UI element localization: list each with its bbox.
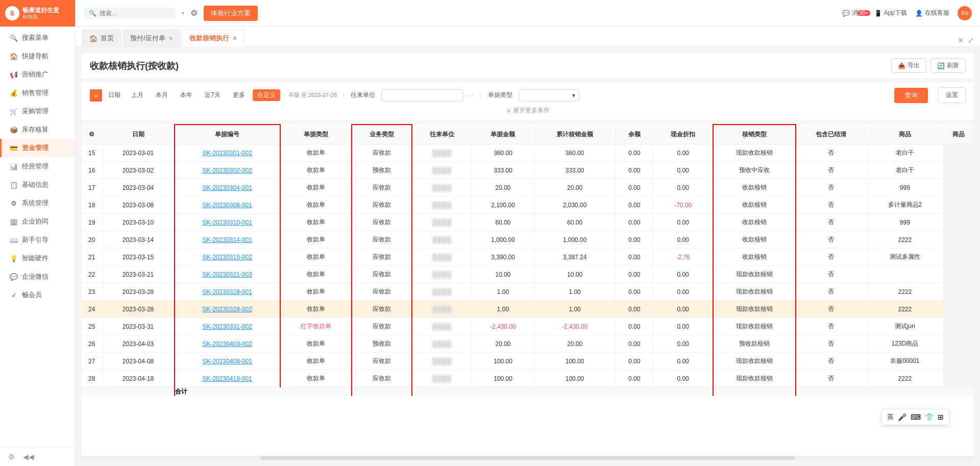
expand-more-row[interactable]: ∨ 展开更多条件	[90, 106, 966, 115]
date-btn-last-month[interactable]: 上月	[127, 89, 148, 101]
table-cell: 2023-03-14	[102, 231, 175, 249]
solution-button[interactable]: 体验行业方案	[204, 6, 258, 21]
table-cell[interactable]: SK-20230408-001	[175, 353, 280, 370]
tab-receipt-close[interactable]: ✕	[232, 35, 237, 42]
table-cell: 否	[796, 197, 867, 214]
ime-keyboard-icon[interactable]: ⌨	[911, 413, 921, 421]
query-button[interactable]: 查询	[894, 88, 928, 103]
table-scroll[interactable]: ⚙ 日期 单据编号 单据类型 业务类型 往来单位 单据金额 累计核销金额 余额 …	[82, 124, 974, 456]
table-cell[interactable]: SK-20230302-002	[175, 162, 280, 179]
settings-bottom-icon[interactable]: ⚙	[8, 453, 15, 461]
table-cell[interactable]: SK-20230315-002	[175, 249, 280, 266]
app-download-item[interactable]: 📱 App下载	[874, 9, 907, 17]
th-include-settled: 包含已结清	[796, 125, 867, 144]
topbar-gear-icon[interactable]: ⚙	[190, 8, 198, 18]
ime-mic-icon[interactable]: 🎤	[898, 413, 906, 421]
table-cell: 2023-04-18	[102, 370, 175, 387]
sidebar-item-operations[interactable]: 📊 经营管理	[0, 157, 75, 176]
topbar-search-box[interactable]: 🔍	[84, 8, 176, 19]
table-cell: 否	[796, 353, 867, 370]
table-cell[interactable]: SK-20230418-001	[175, 370, 280, 387]
sidebar-item-system[interactable]: ⚙ 系统管理	[0, 194, 75, 212]
table-row[interactable]: 172023-03-04SK-20230304-001收款单应收款████20.…	[82, 179, 974, 197]
date-btn-custom[interactable]: 自定义	[253, 89, 280, 101]
filter-expand-button[interactable]: »	[90, 89, 102, 102]
table-row[interactable]: 202023-03-14SK-20230314-001收款单应收款████1,0…	[82, 231, 974, 249]
table-row[interactable]: 192023-03-10SK-20230310-001收款单应收款████60.…	[82, 214, 974, 231]
table-scrollbar[interactable]	[82, 456, 974, 460]
th-cumulative-verify: 累计核销金额	[534, 125, 616, 144]
table-cell[interactable]: SK-20230328-002	[175, 301, 280, 318]
sidebar-item-marketing[interactable]: 📢 营销推广	[0, 65, 75, 84]
table-row[interactable]: 242023-03-28SK-20230328-002收款单应收款████1.0…	[82, 301, 974, 318]
table-cell[interactable]: SK-20230331-002	[175, 318, 280, 335]
table-cell[interactable]: SK-20230403-002	[175, 335, 280, 353]
table-cell[interactable]: SK-20230308-001	[175, 197, 280, 214]
export-button[interactable]: 📤 导出	[891, 58, 926, 73]
sidebar-item-wechat[interactable]: 💬 企业微信	[0, 267, 75, 286]
table-cell	[943, 162, 974, 179]
table-row[interactable]: 252023-03-31SK-20230331-002红字收款单应收款████-…	[82, 318, 974, 335]
table-cell: 999	[867, 179, 943, 197]
table-row[interactable]: 222023-03-21SK-20230321-003收款单应收款████10.…	[82, 266, 974, 283]
sidebar-item-purchase[interactable]: 🛒 采购管理	[0, 102, 75, 120]
ime-grid-icon[interactable]: ⊞	[938, 413, 944, 421]
sidebar-item-quick-nav[interactable]: 🏠 快捷导航	[0, 47, 75, 65]
table-cell[interactable]: SK-20230310-001	[175, 214, 280, 231]
tab-prepay-close[interactable]: ✕	[168, 35, 173, 42]
doc-type-select[interactable]: ▾	[519, 89, 580, 102]
sidebar-nav: 🔍 搜索菜单 🏠 快捷导航 📢 营销推广 💰 销售管理 🛒 采购管理 📦 库存核…	[0, 27, 75, 447]
user-avatar[interactable]: Rit	[958, 6, 972, 20]
operations-icon: 📊	[10, 163, 18, 170]
table-cell	[943, 370, 974, 387]
tab-expand-icon[interactable]: ⤢	[968, 36, 974, 44]
sidebar-item-finance[interactable]: 💳 资金管理	[0, 139, 75, 157]
date-btn-more[interactable]: 更多	[228, 89, 250, 101]
table-row[interactable]: 162023-03-02SK-20230302-002收款单预收款████333…	[82, 162, 974, 179]
table-cell: ████	[412, 231, 472, 249]
table-cell: 0.00	[653, 231, 714, 249]
table-row[interactable]: 182023-03-08SK-20230308-001收款单应收款████2,1…	[82, 197, 974, 214]
tab-close-all-icon[interactable]: ✕	[958, 36, 964, 44]
table-row[interactable]: 282023-04-18SK-20230418-001收款单应收款████100…	[82, 370, 974, 387]
sidebar-item-search[interactable]: 🔍 搜索菜单	[0, 29, 75, 47]
table-row[interactable]: 272023-04-08SK-20230408-001收款单应收款████100…	[82, 353, 974, 370]
sidebar-item-basic-info[interactable]: 📋 基础信息	[0, 176, 75, 194]
partner-dots-button[interactable]: ···	[466, 92, 474, 99]
table-row[interactable]: 232023-03-28SK-20230328-001收款单应收款████1.0…	[82, 283, 974, 301]
sidebar-item-hardware[interactable]: 💡 智能硬件	[0, 249, 75, 267]
sidebar-item-sales[interactable]: 💰 销售管理	[0, 84, 75, 102]
sidebar-item-corp[interactable]: 🏢 企业协同	[0, 212, 75, 231]
refresh-button[interactable]: 🔄 刷新	[930, 58, 966, 73]
table-row[interactable]: 262023-04-03SK-20230403-002收款单预收款████20.…	[82, 335, 974, 353]
tab-receipt-verify[interactable]: 收款核销执行 ✕	[182, 29, 244, 47]
tab-prepay[interactable]: 预付/应付单 ✕	[122, 29, 181, 47]
setting-button[interactable]: 设置	[938, 87, 966, 103]
ime-shirt-icon[interactable]: 👕	[925, 413, 934, 421]
table-cell: 0.00	[653, 353, 714, 370]
partner-filter-input[interactable]	[381, 89, 463, 102]
table-cell[interactable]: SK-20230328-001	[175, 283, 280, 301]
collapse-icon[interactable]: ◀◀	[23, 453, 34, 461]
topbar-chevron-icon[interactable]: ▾	[182, 10, 184, 16]
table-cell[interactable]: SK-20230301-002	[175, 144, 280, 162]
table-cell[interactable]: SK-20230304-001	[175, 179, 280, 197]
messages-item[interactable]: 💬 消息 99+	[842, 9, 866, 17]
date-btn-this-year[interactable]: 本年	[176, 89, 197, 101]
search-input[interactable]	[100, 10, 166, 17]
sidebar-item-guide[interactable]: 📖 新手引导	[0, 231, 75, 249]
table-row[interactable]: 152023-03-01SK-20230301-002收款单应收款████360…	[82, 144, 974, 162]
date-btn-this-month[interactable]: 本月	[151, 89, 173, 101]
th-gear[interactable]: ⚙	[82, 125, 102, 144]
tab-home[interactable]: 🏠 首页	[82, 29, 121, 47]
table-row[interactable]: 212023-03-15SK-20230315-002收款单应收款████3,3…	[82, 249, 974, 266]
table-cell: 老白干	[867, 162, 943, 179]
table-cell[interactable]: SK-20230321-003	[175, 266, 280, 283]
sidebar-item-member[interactable]: ✓ 畅会员	[0, 286, 75, 304]
table-cell[interactable]: SK-20230314-001	[175, 231, 280, 249]
date-btn-7days[interactable]: 近7天	[200, 89, 225, 101]
online-service-item[interactable]: 👤 在线客服	[915, 9, 949, 17]
table-scrollbar-thumb[interactable]	[260, 456, 796, 460]
sidebar-item-inventory[interactable]: 📦 库存核算	[0, 120, 75, 139]
table-cell: 否	[796, 318, 867, 335]
